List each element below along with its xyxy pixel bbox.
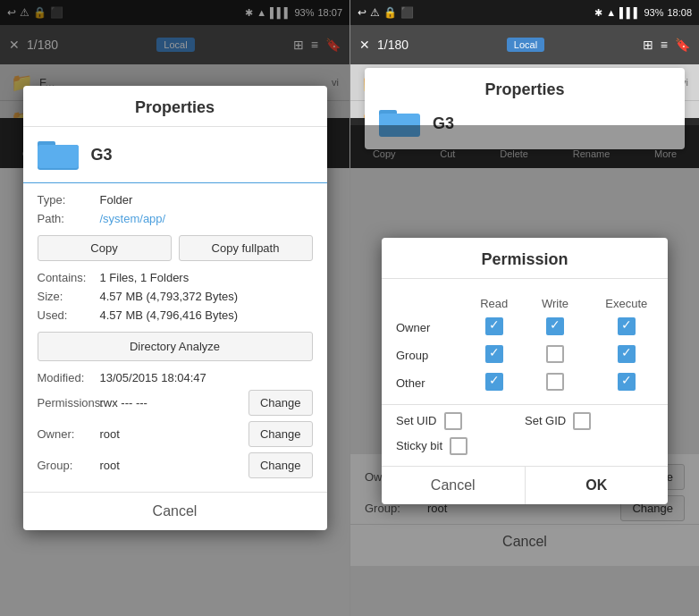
- divider: [23, 182, 327, 183]
- permissions-label: Permissions:: [38, 396, 100, 409]
- other-read-cell[interactable]: [463, 369, 525, 397]
- permission-actions: Cancel OK: [382, 466, 668, 504]
- other-write-checkbox[interactable]: [546, 373, 564, 391]
- owner-read-checkbox[interactable]: [485, 317, 503, 335]
- other-read-checkbox[interactable]: [485, 373, 503, 391]
- group-row: Group: [382, 342, 668, 369]
- permission-body: Read Write Execute Owner: [382, 279, 668, 466]
- permission-cancel-button[interactable]: Cancel: [382, 467, 526, 504]
- set-gid-item: Set GID: [525, 412, 653, 430]
- group-execute-checkbox[interactable]: [618, 345, 636, 363]
- owner-write-cell[interactable]: [525, 314, 585, 342]
- permissions-value: rwx --- ---: [100, 396, 248, 409]
- other-write-cell[interactable]: [525, 369, 585, 397]
- owner-execute-cell[interactable]: [585, 314, 668, 342]
- left-panel: ↩ ⚠ 🔒 ⬛ ✱ ▲ ▌▌▌ 93% 18:07 ✕ 1/180 Local …: [0, 0, 350, 616]
- change-permissions-button[interactable]: Change: [248, 390, 313, 416]
- set-gid-label: Set GID: [525, 414, 566, 427]
- time-right: 18:08: [667, 7, 692, 18]
- cancel-button-left[interactable]: Cancel: [23, 492, 327, 530]
- alert-icon-r: ⚠: [370, 6, 380, 19]
- sticky-bit-label: Sticky bit: [396, 439, 442, 452]
- back-icon-r[interactable]: ✕: [359, 38, 370, 52]
- folder-name-left: G3: [91, 146, 113, 165]
- props-title-bg: Properties: [379, 80, 670, 99]
- size-label: Size:: [38, 290, 100, 303]
- group-cell: Group: [382, 342, 463, 369]
- set-uid-checkbox[interactable]: [444, 412, 462, 430]
- used-row: Used: 4.57 MB (4,796,416 Bytes): [38, 306, 313, 325]
- signal-icon-r: ▌▌▌: [619, 7, 640, 18]
- permission-table: Read Write Execute Owner: [382, 293, 668, 397]
- col-execute: Execute: [585, 293, 668, 314]
- size-row: Size: 4.57 MB (4,793,372 Bytes): [38, 287, 313, 306]
- group-execute-cell[interactable]: [585, 342, 668, 369]
- directory-analyze-button[interactable]: Directory Analyze: [38, 332, 313, 361]
- col-empty: [382, 293, 463, 314]
- sort-icon-r[interactable]: ≡: [661, 38, 668, 52]
- type-label: Type:: [38, 193, 100, 207]
- contains-label: Contains:: [38, 271, 100, 284]
- used-label: Used:: [38, 308, 100, 322]
- path-value[interactable]: /system/app/: [100, 212, 166, 225]
- owner-row: Owner: [382, 314, 668, 342]
- status-right-right: ✱ ▲ ▌▌▌ 93% 18:08: [594, 7, 692, 19]
- status-bar-right: ↩ ⚠ 🔒 ⬛ ✱ ▲ ▌▌▌ 93% 18:08: [350, 0, 699, 25]
- col-write: Write: [525, 293, 585, 314]
- path-row: Path: /system/app/: [38, 209, 313, 228]
- set-uid-row: Set UID Set GID: [382, 409, 668, 434]
- other-row: Other: [382, 369, 668, 397]
- battery-right: 93%: [644, 7, 663, 18]
- right-panel: ↩ ⚠ 🔒 ⬛ ✱ ▲ ▌▌▌ 93% 18:08 ✕ 1/180 Local …: [350, 0, 699, 616]
- owner-write-checkbox[interactable]: [546, 317, 564, 335]
- properties-dialog-overlay: Properties G3 Type:: [0, 0, 350, 616]
- sticky-bit-checkbox[interactable]: [450, 437, 467, 455]
- owner-row: Owner: root Change: [38, 418, 313, 450]
- change-group-button[interactable]: Change: [248, 452, 313, 478]
- group-read-checkbox[interactable]: [485, 345, 503, 363]
- copy-buttons: Copy Copy fullpath: [38, 235, 313, 261]
- folder-header: G3: [38, 138, 313, 172]
- type-row: Type: Folder: [38, 190, 313, 209]
- location-badge-right: Local: [507, 38, 544, 52]
- permissions-row: Permissions: rwx --- --- Change: [38, 387, 313, 418]
- wifi-icon-r: ▲: [606, 7, 616, 18]
- bookmark-icon-r[interactable]: 🔖: [675, 38, 690, 52]
- dir-analyze-row: Directory Analyze: [38, 332, 313, 361]
- group-label-left: Group:: [38, 459, 100, 472]
- permission-dialog: Permission Read Write Execute Owner: [382, 238, 668, 504]
- other-execute-checkbox[interactable]: [618, 373, 636, 391]
- fm-header-right: ✕ 1/180 Local ⊞ ≡ 🔖: [350, 25, 699, 64]
- sticky-bit-row: Sticky bit: [382, 434, 668, 459]
- set-gid-checkbox[interactable]: [573, 412, 591, 430]
- contains-value: 1 Files, 1 Folders: [100, 271, 189, 284]
- change-owner-button[interactable]: Change: [248, 421, 313, 447]
- dialog-body: G3 Type: Folder Path: /system/app/ Copy …: [23, 127, 327, 492]
- other-cell: Other: [382, 369, 463, 397]
- copy-button[interactable]: Copy: [38, 235, 172, 261]
- bluetooth-icon-r: ✱: [594, 7, 602, 19]
- grid-icon-r[interactable]: ⊞: [643, 38, 653, 52]
- other-execute-cell[interactable]: [585, 369, 668, 397]
- svg-rect-2: [38, 145, 79, 168]
- properties-dialog: Properties G3 Type:: [23, 86, 327, 530]
- owner-execute-checkbox[interactable]: [618, 317, 636, 335]
- owner-label-left: Owner:: [38, 427, 100, 441]
- group-read-cell[interactable]: [463, 342, 525, 369]
- col-read: Read: [463, 293, 525, 314]
- folder-icon: [38, 138, 80, 172]
- group-write-cell[interactable]: [525, 342, 585, 369]
- owner-read-cell[interactable]: [463, 314, 525, 342]
- permission-ok-button[interactable]: OK: [526, 467, 669, 504]
- copy-fullpath-button[interactable]: Copy fullpath: [179, 235, 313, 261]
- modified-value: 13/05/2015 18:04:47: [100, 371, 206, 384]
- used-value: 4.57 MB (4,796,416 Bytes): [100, 308, 239, 322]
- owner-value-left: root: [100, 427, 248, 441]
- path-label: Path:: [38, 212, 100, 225]
- size-value: 4.57 MB (4,793,372 Bytes): [100, 290, 239, 303]
- group-write-checkbox[interactable]: [546, 345, 564, 363]
- back-nav-icon-r: ↩: [358, 6, 366, 19]
- usb-icon-r: ⬛: [400, 6, 414, 19]
- modified-row: Modified: 13/05/2015 18:04:47: [38, 368, 313, 387]
- contains-row: Contains: 1 Files, 1 Folders: [38, 268, 313, 287]
